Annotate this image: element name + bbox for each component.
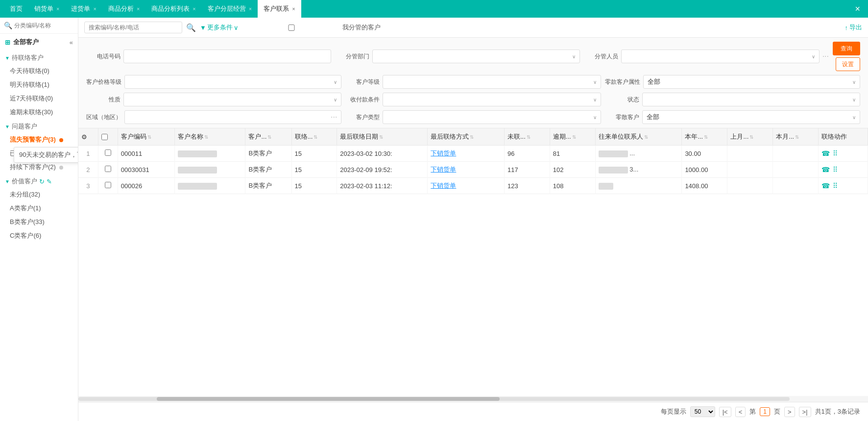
sidebar-group-problem[interactable]: ▼ 问题客户 (0, 119, 78, 133)
declining-dot (59, 166, 63, 170)
sidebar-item-7days[interactable]: 近7天待联络(0) (0, 92, 78, 105)
person-select[interactable]: ∨ (621, 50, 820, 63)
sidebar-search-container: 🔍 (0, 18, 78, 34)
row-select-3[interactable] (105, 182, 111, 188)
row-contact-1: 15 (291, 146, 337, 162)
price-level-select[interactable]: ∨ (124, 75, 341, 89)
row-select-1[interactable] (105, 149, 111, 156)
contact-icon-3[interactable]: ☎ (821, 182, 830, 190)
nav-analysis-list[interactable]: 商品分析列表 × (145, 0, 201, 18)
pagination-bar: 每页显示 50 100 |< < 第 1 页 > >| 共1页，3条记录 (78, 402, 868, 421)
row-name-1 (175, 146, 245, 162)
last-page-btn[interactable]: >| (799, 407, 811, 417)
sidebar-root[interactable]: ⊞ 全部客户 « (0, 34, 78, 50)
refresh-icon[interactable]: ↻ (39, 178, 45, 185)
edit-icon[interactable]: ✎ (47, 178, 52, 185)
sidebar-item-a-class[interactable]: A类客户(1) (0, 201, 78, 215)
sidebar-item-c-class[interactable]: C类客户(6) (0, 229, 78, 243)
my-customers-checkbox-label[interactable]: 我分管的客户 (242, 23, 381, 32)
row-checkbox-2[interactable] (98, 162, 118, 178)
sort-icon-code: ⇅ (147, 134, 151, 140)
region-select[interactable]: ··· (124, 110, 341, 124)
phone-input[interactable] (123, 50, 331, 63)
prev-page-btn[interactable]: < (735, 407, 746, 417)
gender-select[interactable]: ∨ (123, 93, 341, 106)
customer-type-select[interactable]: ∨ (383, 110, 601, 124)
sidebar-item-overdue[interactable]: 逾期未联络(30) (0, 105, 78, 119)
status-arrow: ∨ (852, 97, 856, 102)
row-method-2[interactable]: 下销货单 (428, 162, 505, 178)
sidebar-item-b-class[interactable]: B类客户(33) (0, 215, 78, 229)
search-button[interactable]: 🔍 (186, 23, 196, 32)
close-contact-tab[interactable]: × (292, 6, 295, 12)
first-page-btn[interactable]: |< (719, 407, 731, 417)
contact-icon-2[interactable]: ☎ (821, 166, 830, 173)
nav-analysis[interactable]: 商品分析 × (102, 0, 145, 18)
payment-select[interactable]: ∨ (383, 93, 601, 106)
query-button[interactable]: 查询 (833, 42, 860, 55)
nav-customer-contact[interactable]: 客户联系 × (258, 0, 301, 18)
export-button[interactable]: ↑ 导出 (845, 23, 863, 32)
window-close-btn[interactable]: × (851, 4, 864, 14)
close-purchase-tab[interactable]: × (93, 6, 96, 12)
nav-home[interactable]: 首页 (4, 0, 28, 18)
zero-attr-label: 零款客户属性 (605, 78, 640, 86)
dept-select[interactable]: ∨ (372, 50, 580, 63)
row-overdue-3: 108 (550, 178, 595, 194)
sidebar-search-input[interactable] (14, 22, 74, 29)
dept-label: 分管部门 (335, 52, 369, 61)
filter-customer-type: 客户类型 ∨ (345, 110, 601, 124)
sidebar-item-churn-warning[interactable]: 流失预警客户(3) (0, 133, 78, 147)
sidebar-item-tomorrow[interactable]: 明天待联络(1) (0, 78, 78, 92)
table-row: 3 000026 B类客户 15 2023-02-03 11:12: 下销货单 … (78, 178, 868, 194)
filter-price-level: 客户价格等级 ∨ (86, 75, 341, 89)
zero-attr-select[interactable]: 全部 ∨ (643, 75, 860, 89)
select-all-checkbox[interactable] (101, 134, 108, 140)
nav-purchase[interactable]: 进货单 × (65, 0, 102, 18)
close-analysis-list-tab[interactable]: × (193, 6, 195, 12)
more-actions-icon-2[interactable]: ⠿ (833, 166, 838, 173)
row-checkbox-3[interactable] (98, 178, 118, 194)
th-last-month: 上月... ⇅ (727, 128, 773, 146)
close-analysis-tab[interactable]: × (137, 6, 140, 12)
region-more-btn[interactable]: ··· (331, 113, 337, 122)
close-sales-tab[interactable]: × (56, 6, 59, 12)
more-actions-icon-1[interactable]: ⠿ (833, 149, 838, 157)
row-method-3[interactable]: 下销货单 (428, 178, 505, 194)
person-more-btn[interactable]: ··· (822, 52, 829, 61)
horizontal-scrollbar[interactable] (78, 396, 868, 402)
filter-row-2: 客户价格等级 ∨ 客户等级 ∨ 零款客户属性 全部 (86, 75, 860, 89)
per-page-select[interactable]: 50 100 (690, 406, 715, 417)
more-conditions-button[interactable]: ▼ 更多条件 ∨ (200, 23, 239, 32)
search-input[interactable] (84, 22, 182, 33)
sidebar-item-today[interactable]: 今天待联络(0) (0, 64, 78, 78)
row-select-2[interactable] (105, 166, 111, 172)
th-settings[interactable]: ⚙ (78, 128, 98, 146)
collapse-icon[interactable]: « (70, 39, 73, 46)
more-actions-icon-3[interactable]: ⠿ (833, 182, 838, 190)
row-checkbox-1[interactable] (98, 146, 118, 162)
settings-button[interactable]: 设置 (836, 57, 860, 71)
zero-attr-arrow: ∨ (852, 79, 856, 85)
zero-customer-select[interactable]: 全部 ∨ (642, 110, 860, 124)
next-page-btn[interactable]: > (784, 407, 795, 417)
settings-icon[interactable]: ⚙ (81, 133, 87, 141)
sort-icon-type: ⇅ (267, 134, 271, 140)
nav-sales[interactable]: 销货单 × (28, 0, 65, 18)
th-this-month: 本月... ⇅ (773, 128, 819, 146)
customer-level-select[interactable]: ∨ (383, 75, 601, 89)
row-type-1: B类客户 (245, 146, 291, 162)
sidebar-item-ungrouped[interactable]: 未分组(32) (0, 188, 78, 201)
scroll-thumb[interactable] (157, 397, 500, 401)
close-segment-tab[interactable]: × (249, 6, 252, 12)
status-select[interactable]: ∨ (642, 93, 860, 106)
contact-icon-1[interactable]: ☎ (821, 149, 830, 157)
row-code-1: 000011 (118, 146, 174, 162)
nav-customer-segment[interactable]: 客户分层经营 × (202, 0, 258, 18)
my-customers-checkbox[interactable] (242, 25, 340, 31)
row-unlisted-1: 96 (504, 146, 550, 162)
sidebar-group-value[interactable]: ▼ 价值客户 ↻ ✎ (0, 174, 78, 188)
sidebar-group-pending[interactable]: ▼ 待联络客户 (0, 50, 78, 64)
row-method-1[interactable]: 下销货单 (428, 146, 505, 162)
payment-arrow: ∨ (593, 97, 597, 102)
